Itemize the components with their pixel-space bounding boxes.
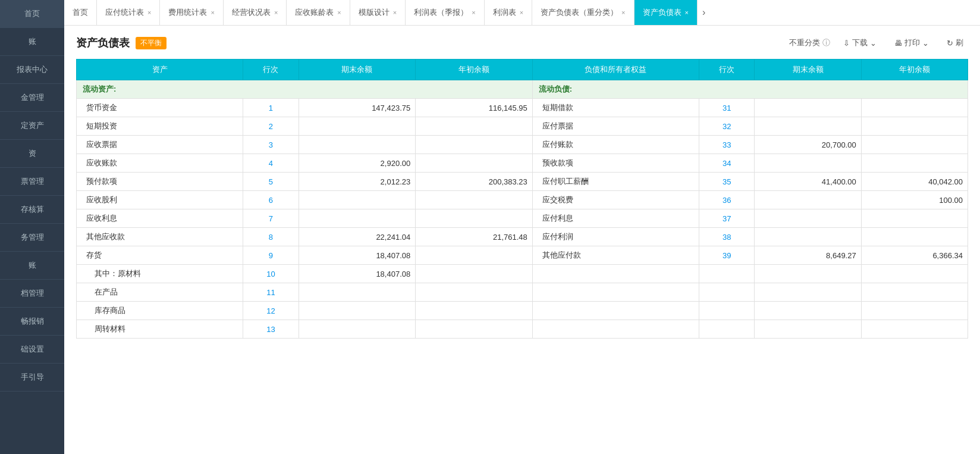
sidebar-item-guide[interactable]: 手引导 (0, 364, 64, 392)
page-actions: 不重分类 ⓘ ⇩ 下载 ⌄ 🖶 打印 ⌄ ↻ 刷 (789, 35, 968, 51)
sidebar-item-inventory[interactable]: 存核算 (0, 196, 64, 224)
download-icon: ⇩ (843, 39, 850, 48)
left-item-name: 应收票据 (77, 136, 243, 154)
sidebar: 首页 账 报表中心 金管理 定资产 资 票管理 存核算 务管理 账 档管理 畅报… (0, 0, 64, 454)
left-row-num: 9 (243, 246, 299, 265)
left-begin-balance (416, 302, 533, 320)
tab-label: 资产负债表 (643, 7, 681, 18)
left-end-balance (299, 191, 416, 209)
header-end-balance-left: 期末余额 (299, 60, 416, 80)
sidebar-item-settings[interactable]: 础设置 (0, 336, 64, 364)
tab-close-icon[interactable]: × (621, 9, 625, 16)
sidebar-item-capital[interactable]: 资 (0, 140, 64, 168)
tab-expense-stat[interactable]: 费用统计表 × (160, 0, 223, 25)
tab-template-design[interactable]: 模版设计 × (350, 0, 406, 25)
table-row: 短期投资 2 应付票据 32 (77, 117, 968, 136)
right-begin-balance (861, 117, 968, 136)
right-row-num: 34 (699, 154, 755, 173)
help-icon[interactable]: ⓘ (822, 37, 830, 48)
left-row-num: 12 (243, 302, 299, 320)
right-row-num (699, 265, 755, 283)
tab-close-icon[interactable]: × (274, 9, 278, 16)
refresh-button[interactable]: ↻ 刷 (942, 35, 968, 51)
sidebar-item-tax-mgmt[interactable]: 务管理 (0, 224, 64, 252)
tab-bar: 首页 应付统计表 × 费用统计表 × 经营状况表 × 应收账龄表 × 模版设计 … (64, 0, 980, 26)
left-row-num: 10 (243, 265, 299, 283)
tab-label: 应收账龄表 (295, 7, 334, 18)
right-item-name: 应付利润 (532, 228, 699, 246)
sidebar-item-fixed-assets[interactable]: 定资产 (0, 112, 64, 140)
tab-operations[interactable]: 经营状况表 × (224, 0, 287, 25)
sidebar-item-home[interactable]: 首页 (0, 0, 64, 28)
right-end-balance (755, 191, 861, 209)
download-button[interactable]: ⇩ 下载 ⌄ (838, 35, 881, 51)
tab-close-icon[interactable]: × (520, 9, 523, 16)
print-button[interactable]: 🖶 打印 ⌄ (890, 35, 934, 51)
header-end-balance-right: 期末余额 (755, 60, 861, 80)
print-icon: 🖶 (894, 39, 902, 48)
right-item-name (532, 283, 699, 302)
left-begin-balance (416, 154, 533, 173)
table-row: 周转材料 13 (77, 320, 968, 339)
sidebar-item-report-center[interactable]: 报表中心 (0, 56, 64, 84)
right-end-balance (755, 99, 861, 117)
left-end-balance: 147,423.75 (299, 99, 416, 117)
tab-close-icon[interactable]: × (472, 9, 475, 16)
page-title-area: 资产负债表 不平衡 (76, 36, 167, 50)
table-row: 货币资金 1 147,423.75 116,145.95 短期借款 31 (77, 99, 968, 117)
table-section-header: 流动资产: 流动负债: (77, 80, 968, 99)
tab-income-quarterly[interactable]: 利润表（季报） × (406, 0, 484, 25)
right-end-balance (755, 283, 861, 302)
left-end-balance (299, 302, 416, 320)
table-row: 在产品 11 (77, 283, 968, 302)
left-row-num: 3 (243, 136, 299, 154)
left-begin-balance (416, 283, 533, 302)
download-chevron-icon: ⌄ (870, 39, 877, 48)
right-row-num: 35 (699, 173, 755, 191)
left-begin-balance (416, 209, 533, 228)
sidebar-item-bill-mgmt[interactable]: 票管理 (0, 168, 64, 196)
tab-label: 应付统计表 (105, 7, 144, 18)
left-end-balance: 18,407.08 (299, 265, 416, 283)
tab-income[interactable]: 利润表 × (485, 0, 532, 25)
tab-close-icon[interactable]: × (393, 9, 397, 16)
left-item-name: 货币资金 (77, 99, 243, 117)
tab-close-active-icon[interactable]: × (685, 9, 689, 16)
tab-balance-reclassified[interactable]: 资产负债表（重分类） × (532, 0, 634, 25)
right-row-num: 36 (699, 191, 755, 209)
tab-close-icon[interactable]: × (211, 9, 214, 16)
refresh-label: 刷 (956, 37, 963, 48)
right-end-balance: 8,649.27 (755, 246, 861, 265)
left-row-num: 13 (243, 320, 299, 339)
tab-balance-sheet[interactable]: 资产负债表 × (635, 0, 698, 25)
left-item-name: 应收账款 (77, 154, 243, 173)
left-item-name: 短期投资 (77, 117, 243, 136)
right-end-balance (755, 154, 861, 173)
sidebar-item-account[interactable]: 账 (0, 252, 64, 280)
sidebar-item-expense[interactable]: 畅报销 (0, 308, 64, 336)
tab-close-icon[interactable]: × (147, 9, 151, 16)
table-row: 存货 9 18,407.08 其他应付款 39 8,649.27 6,366.3… (77, 246, 968, 265)
right-end-balance (755, 265, 861, 283)
tab-home[interactable]: 首页 (64, 0, 97, 25)
tab-receivables-aging[interactable]: 应收账龄表 × (287, 0, 350, 25)
main-area: 首页 应付统计表 × 费用统计表 × 经营状况表 × 应收账龄表 × 模版设计 … (64, 0, 980, 454)
left-row-num: 2 (243, 117, 299, 136)
unbalanced-badge: 不平衡 (136, 37, 167, 49)
tab-close-icon[interactable]: × (337, 9, 341, 16)
right-begin-balance (861, 136, 968, 154)
sidebar-item-ledger[interactable]: 账 (0, 28, 64, 56)
tab-arrow-right[interactable]: › (698, 7, 710, 18)
sidebar-item-archive[interactable]: 档管理 (0, 280, 64, 308)
left-begin-balance: 200,383.23 (416, 173, 533, 191)
table-row: 其他应收款 8 22,241.04 21,761.48 应付利润 38 (77, 228, 968, 246)
tab-payables-stat[interactable]: 应付统计表 × (97, 0, 160, 25)
section-right-label: 流动负债: (532, 80, 968, 99)
page-title: 资产负债表 (76, 36, 130, 50)
right-row-num (699, 320, 755, 339)
right-item-name (532, 265, 699, 283)
right-item-name: 应付职工薪酬 (532, 173, 699, 191)
header-assets: 资产 (77, 60, 243, 80)
sidebar-item-fund-mgmt[interactable]: 金管理 (0, 84, 64, 112)
right-item-name: 应付利息 (532, 209, 699, 228)
